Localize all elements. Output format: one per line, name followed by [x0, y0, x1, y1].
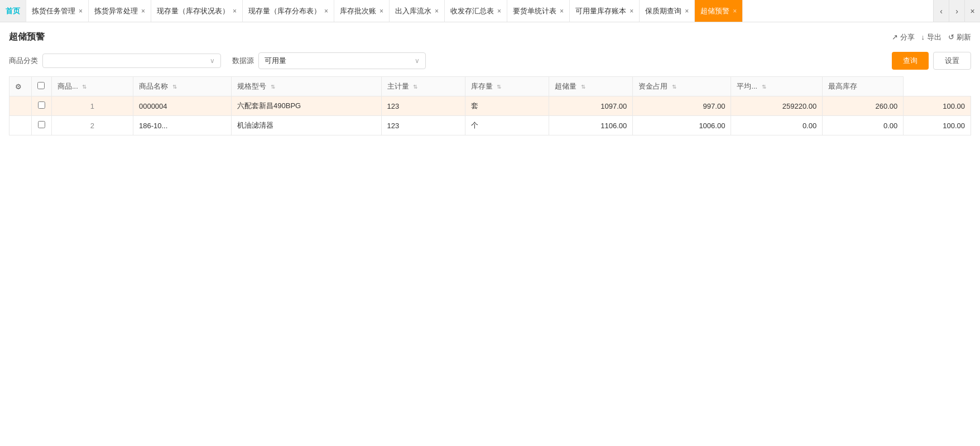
sort-spec-icon: ⇅: [271, 84, 275, 90]
topbar: 首页 拣货任务管理 × 拣货异常处理 × 现存量（库存状况表） × 现存量（库存…: [0, 0, 980, 22]
tab-inout-close[interactable]: ×: [435, 7, 439, 15]
col-settings: ⚙: [9, 77, 32, 96]
page-header: 超储预警 ↗ 分享 ↓ 导出 ↺ 刷新: [9, 31, 971, 43]
col-overstock[interactable]: 超储量 ⇅: [549, 77, 633, 96]
row-overstock: 1006.00: [633, 116, 731, 135]
row-spec: 123: [381, 116, 465, 135]
sort-stock-icon: ⇅: [497, 84, 501, 90]
tab-abnormal[interactable]: 拣货异常处理 ×: [89, 0, 151, 22]
tab-inout-label: 出入库流水: [395, 6, 431, 16]
sort-overstock-icon: ⇅: [581, 84, 585, 90]
col-unit[interactable]: 主计量 ⇅: [381, 77, 465, 96]
col-stock-label: 库存量: [471, 82, 493, 90]
row-settings-cell: [9, 116, 32, 135]
col-avg[interactable]: 平均... ⇅: [731, 77, 823, 96]
col-spec[interactable]: 规格型号 ⇅: [232, 77, 382, 96]
col-product-name-label: 商品名称: [139, 82, 168, 90]
tab-inout[interactable]: 出入库流水 ×: [390, 0, 445, 22]
col-capital[interactable]: 资金占用 ⇅: [633, 77, 731, 96]
row-avg: 260.00: [823, 96, 904, 116]
refresh-button[interactable]: ↺ 刷新: [948, 32, 971, 42]
nav-close-button[interactable]: ×: [964, 0, 980, 22]
col-stock[interactable]: 库存量 ⇅: [465, 77, 549, 96]
row-capital: 0.00: [731, 116, 823, 135]
filter-category-group: 商品分类 ∨: [9, 54, 221, 68]
tab-abnormal-label: 拣货异常处理: [94, 6, 138, 16]
tab-batch-close[interactable]: ×: [379, 7, 383, 15]
sort-product-name-icon: ⇅: [172, 84, 177, 90]
col-max-stock-label: 最高库存: [828, 82, 857, 90]
col-unit-label: 主计量: [387, 82, 409, 90]
col-capital-label: 资金占用: [638, 82, 667, 90]
row-settings-cell: [9, 96, 32, 116]
row-product-id: 0000004: [133, 96, 231, 116]
row-max-stock: 100.00: [904, 96, 971, 116]
refresh-icon: ↺: [948, 33, 954, 41]
refresh-label: 刷新: [957, 32, 971, 42]
row-stock: 1097.00: [549, 96, 633, 116]
sort-product-id-icon: ⇅: [82, 84, 87, 90]
settings-button[interactable]: 设置: [933, 52, 971, 70]
tab-collect[interactable]: 收发存汇总表 ×: [445, 0, 507, 22]
export-icon: ↓: [921, 33, 925, 41]
tab-batch[interactable]: 库存批次账 ×: [334, 0, 390, 22]
row-checkbox-cell: [32, 96, 52, 116]
page-actions: ↗ 分享 ↓ 导出 ↺ 刷新: [892, 32, 972, 42]
tab-collect-close[interactable]: ×: [497, 7, 501, 15]
row-checkbox-cell: [32, 116, 52, 135]
export-button[interactable]: ↓ 导出: [921, 32, 942, 42]
row-unit: 套: [465, 96, 549, 116]
tab-overstock-close[interactable]: ×: [733, 7, 737, 15]
tab-home[interactable]: 首页: [0, 0, 26, 22]
data-table: ⚙ 商品... ⇅ 商品名称 ⇅ 规格型号 ⇅ 主计量: [9, 76, 971, 135]
row-checkbox[interactable]: [38, 101, 45, 109]
row-product-name: 六配套新昌490BPG: [232, 96, 382, 116]
tab-abnormal-close[interactable]: ×: [141, 7, 145, 15]
sort-capital-icon: ⇅: [672, 84, 676, 90]
row-capital: 259220.00: [731, 96, 823, 116]
table-header-row: ⚙ 商品... ⇅ 商品名称 ⇅ 规格型号 ⇅ 主计量: [9, 77, 971, 96]
tab-stock-status-close[interactable]: ×: [233, 7, 237, 15]
tab-order-stats-label: 要货单统计表: [513, 6, 556, 16]
gear-icon[interactable]: ⚙: [15, 83, 22, 91]
tab-collect-label: 收发存汇总表: [450, 6, 494, 16]
page-title: 超储预警: [9, 31, 45, 43]
nav-prev-button[interactable]: ‹: [933, 0, 949, 22]
col-product-id-label: 商品...: [57, 82, 78, 90]
export-label: 导出: [927, 32, 941, 42]
share-button[interactable]: ↗ 分享: [892, 32, 915, 42]
tab-avail-stock[interactable]: 可用量库存账本 ×: [570, 0, 640, 22]
tab-order-stats[interactable]: 要货单统计表 ×: [507, 0, 570, 22]
row-product-name: 机油滤清器: [232, 116, 382, 135]
datasource-label: 数据源: [232, 56, 254, 66]
tab-tasks-label: 拣货任务管理: [32, 6, 75, 16]
tab-stock-dist[interactable]: 现存量（库存分布表） ×: [243, 0, 334, 22]
nav-next-button[interactable]: ›: [949, 0, 964, 22]
col-product-id[interactable]: 商品... ⇅: [52, 77, 133, 96]
tab-tasks-close[interactable]: ×: [79, 7, 83, 15]
tab-expiry-label: 保质期查询: [645, 6, 681, 16]
tab-expiry[interactable]: 保质期查询 ×: [640, 0, 695, 22]
col-product-name[interactable]: 商品名称 ⇅: [133, 77, 231, 96]
datasource-select[interactable]: 可用量 ∨: [258, 52, 426, 69]
col-checkbox: [32, 77, 52, 96]
tab-expiry-close[interactable]: ×: [685, 7, 689, 15]
tab-stock-status[interactable]: 现存量（库存状况表） ×: [151, 0, 243, 22]
datasource-value: 可用量: [265, 56, 286, 66]
filter-row: 商品分类 ∨ 数据源 可用量 ∨ 查询 设置: [9, 52, 971, 70]
category-select[interactable]: ∨: [42, 54, 221, 68]
sort-unit-icon: ⇅: [413, 84, 417, 90]
tab-overstock-label: 超储预警: [700, 6, 729, 16]
tab-stock-dist-close[interactable]: ×: [324, 7, 328, 15]
query-button[interactable]: 查询: [892, 52, 929, 70]
tab-overstock[interactable]: 超储预警 ×: [695, 0, 743, 22]
row-checkbox[interactable]: [38, 121, 45, 128]
tab-order-stats-close[interactable]: ×: [560, 7, 564, 15]
select-all-checkbox[interactable]: [37, 82, 45, 89]
page-content: 超储预警 ↗ 分享 ↓ 导出 ↺ 刷新 商品分类 ∨ 数据源: [0, 22, 980, 446]
tab-avail-stock-close[interactable]: ×: [630, 7, 633, 15]
tab-home-label: 首页: [6, 6, 20, 16]
col-max-stock[interactable]: 最高库存: [823, 77, 904, 96]
row-max-stock: 100.00: [904, 116, 971, 135]
tab-tasks[interactable]: 拣货任务管理 ×: [26, 0, 89, 22]
